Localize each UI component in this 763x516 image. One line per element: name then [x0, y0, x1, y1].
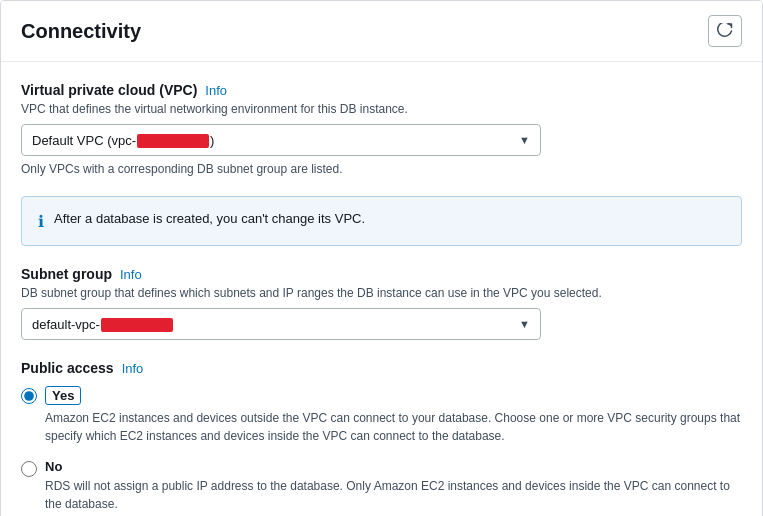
vpc-select[interactable]: Default VPC (vpc-XXXXXXXX) ▼	[21, 124, 541, 156]
subnet-section: Subnet group Info DB subnet group that d…	[21, 266, 742, 340]
subnet-selected-value: default-vpc-XXXXXXXX	[32, 317, 530, 332]
yes-radio-label: Yes	[52, 388, 74, 403]
subnet-description: DB subnet group that defines which subne…	[21, 286, 742, 300]
public-access-yes-radio[interactable]	[21, 388, 37, 404]
refresh-button[interactable]	[708, 15, 742, 47]
yes-label-box: Yes	[45, 386, 81, 405]
public-access-yes-option: Yes Amazon EC2 instances and devices out…	[21, 386, 742, 445]
subnet-redacted-value: XXXXXXXX	[101, 318, 173, 332]
vpc-info-link[interactable]: Info	[205, 83, 227, 98]
vpc-section: Virtual private cloud (VPC) Info VPC tha…	[21, 82, 742, 176]
public-access-header: Public access Info	[21, 360, 742, 376]
no-radio-desc: RDS will not assign a public IP address …	[45, 477, 742, 513]
subnet-label: Subnet group	[21, 266, 112, 282]
no-radio-label: No	[45, 459, 742, 474]
vpc-hint: Only VPCs with a corresponding DB subnet…	[21, 162, 742, 176]
public-access-label: Public access	[21, 360, 114, 376]
subnet-select[interactable]: default-vpc-XXXXXXXX ▼	[21, 308, 541, 340]
vpc-dropdown-arrow: ▼	[519, 134, 530, 146]
page-title: Connectivity	[21, 20, 141, 43]
public-access-no-radio[interactable]	[21, 461, 37, 477]
subnet-header: Subnet group Info	[21, 266, 742, 282]
vpc-header: Virtual private cloud (VPC) Info	[21, 82, 742, 98]
panel-header: Connectivity	[1, 1, 762, 62]
vpc-notice-box: ℹ After a database is created, you can't…	[21, 196, 742, 246]
connectivity-panel: Connectivity Virtual private cloud (VPC)…	[0, 0, 763, 516]
subnet-info-link[interactable]: Info	[120, 267, 142, 282]
public-access-section: Public access Info Yes Amazon EC2 instan…	[21, 360, 742, 513]
vpc-description: VPC that defines the virtual networking …	[21, 102, 742, 116]
public-access-info-link[interactable]: Info	[122, 361, 144, 376]
vpc-notice-text: After a database is created, you can't c…	[54, 211, 365, 226]
info-circle-icon: ℹ	[38, 212, 44, 231]
subnet-dropdown-arrow: ▼	[519, 318, 530, 330]
public-access-radio-group: Yes Amazon EC2 instances and devices out…	[21, 386, 742, 513]
vpc-selected-value: Default VPC (vpc-XXXXXXXX)	[32, 133, 530, 148]
public-access-no-option: No RDS will not assign a public IP addre…	[21, 459, 742, 513]
panel-content: Virtual private cloud (VPC) Info VPC tha…	[1, 62, 762, 516]
refresh-icon	[717, 23, 733, 39]
vpc-label: Virtual private cloud (VPC)	[21, 82, 197, 98]
yes-radio-desc: Amazon EC2 instances and devices outside…	[45, 409, 742, 445]
vpc-redacted-value: XXXXXXXX	[137, 134, 209, 148]
